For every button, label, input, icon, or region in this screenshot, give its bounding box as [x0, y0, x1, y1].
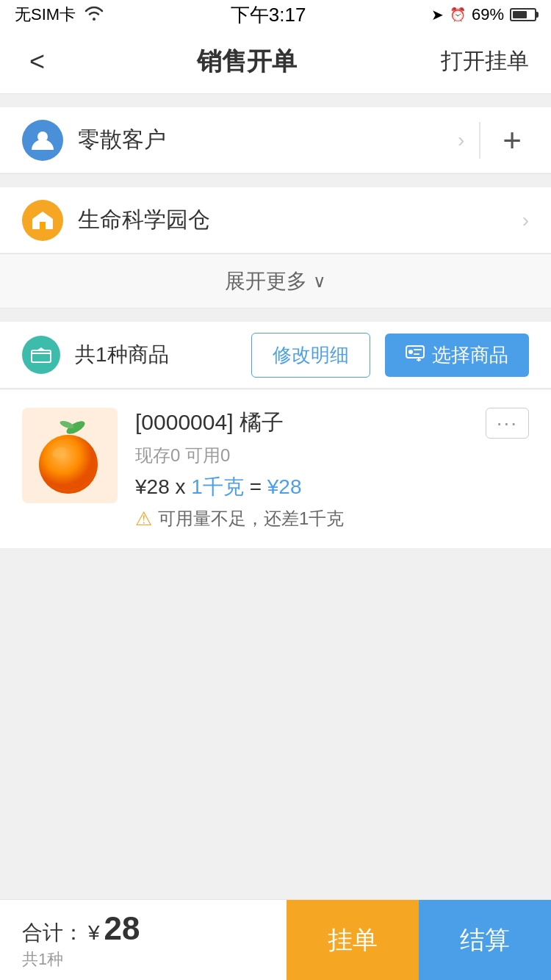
status-bar-time: 下午3:17: [231, 2, 306, 28]
select-product-button[interactable]: 选择商品: [385, 334, 529, 377]
bottom-bar: 合计： ¥ 28 共1种 挂单 结算: [0, 899, 551, 980]
warehouse-row[interactable]: 生命科学园仓 ›: [0, 187, 551, 253]
product-more-button[interactable]: ···: [486, 408, 529, 439]
back-button[interactable]: <: [22, 39, 52, 84]
equals-sign: =: [250, 475, 267, 498]
total-amount: 28: [104, 910, 140, 947]
hang-order-button[interactable]: 挂单: [287, 900, 419, 980]
top-divider: [0, 94, 551, 107]
product-image: [22, 408, 118, 503]
warehouse-icon: [22, 200, 63, 241]
content-background: [0, 549, 551, 938]
modify-detail-button[interactable]: 修改明细: [251, 333, 370, 378]
product-card: [0000004] 橘子 现存0 可用0 ¥28 x 1千克 = ¥28 ⚠ 可…: [0, 390, 551, 549]
multiply-sign: x: [176, 475, 192, 498]
alarm-icon: ⏰: [450, 7, 466, 23]
total-section: 合计： ¥ 28 共1种: [0, 900, 287, 980]
product-stock: 现存0 可用0: [135, 444, 529, 467]
warehouse-arrow-icon: ›: [522, 209, 529, 232]
product-quantity: 1千克: [191, 475, 244, 498]
product-name: [0000004] 橘子: [135, 408, 529, 438]
product-warning: ⚠ 可用量不足，还差1千克: [135, 507, 529, 530]
total-label-text: 合计：: [22, 919, 84, 947]
warning-icon: ⚠: [135, 508, 152, 530]
location-icon: ➤: [431, 6, 444, 24]
warning-text: 可用量不足，还差1千克: [158, 507, 344, 530]
total-sub-text: 共1种: [22, 948, 264, 970]
status-bar: 无SIM卡 下午3:17 ➤ ⏰ 69%: [0, 0, 551, 29]
product-price-row: ¥28 x 1千克 = ¥28: [135, 473, 529, 501]
product-divider: [0, 388, 551, 389]
status-bar-left: 无SIM卡: [15, 4, 105, 26]
product-code: [0000004]: [135, 410, 233, 434]
customer-name: 零散客户: [78, 125, 458, 155]
checkout-button[interactable]: 结算: [419, 900, 551, 980]
customer-row[interactable]: 零散客户 › +: [0, 107, 551, 173]
add-customer-button[interactable]: +: [495, 122, 529, 159]
battery-icon: [510, 8, 536, 21]
select-product-icon: [406, 344, 425, 367]
product-info: [0000004] 橘子 现存0 可用0 ¥28 x 1千克 = ¥28 ⚠ 可…: [135, 408, 529, 530]
svg-point-5: [408, 350, 413, 354]
nav-bar: < 销售开单 打开挂单: [0, 29, 551, 94]
warehouse-name: 生命科学园仓: [78, 205, 522, 235]
product-count-label: 共1种商品: [75, 341, 237, 369]
expand-more-button[interactable]: 展开更多 ∨: [0, 254, 551, 309]
product-unit-price: ¥28: [135, 475, 170, 498]
svg-rect-2: [40, 222, 46, 229]
section-divider: [0, 309, 551, 322]
wifi-icon: [83, 4, 105, 25]
product-total-price: ¥28: [267, 475, 302, 498]
total-label: 合计： ¥ 28: [22, 910, 264, 947]
customer-icon: [22, 120, 63, 161]
select-product-label: 选择商品: [432, 342, 508, 368]
status-bar-right: ➤ ⏰ 69%: [431, 5, 536, 24]
expand-more-label: 展开更多: [225, 267, 307, 295]
page-title: 销售开单: [197, 45, 297, 79]
svg-point-9: [39, 435, 98, 494]
total-currency: ¥: [88, 921, 100, 945]
product-section-header: 共1种商品 修改明细 选择商品: [0, 322, 551, 388]
customer-arrow-icon: ›: [458, 129, 464, 152]
svg-rect-3: [32, 350, 51, 362]
product-section-icon: [22, 336, 60, 374]
open-hang-button[interactable]: 打开挂单: [441, 46, 529, 76]
expand-arrow-icon: ∨: [313, 271, 326, 292]
mid-divider-1: [0, 174, 551, 187]
product-card-inner: [0000004] 橘子 现存0 可用0 ¥28 x 1千克 = ¥28 ⚠ 可…: [22, 408, 529, 530]
battery-text: 69%: [472, 5, 504, 24]
carrier-text: 无SIM卡: [15, 4, 76, 26]
row-divider: [479, 122, 480, 159]
